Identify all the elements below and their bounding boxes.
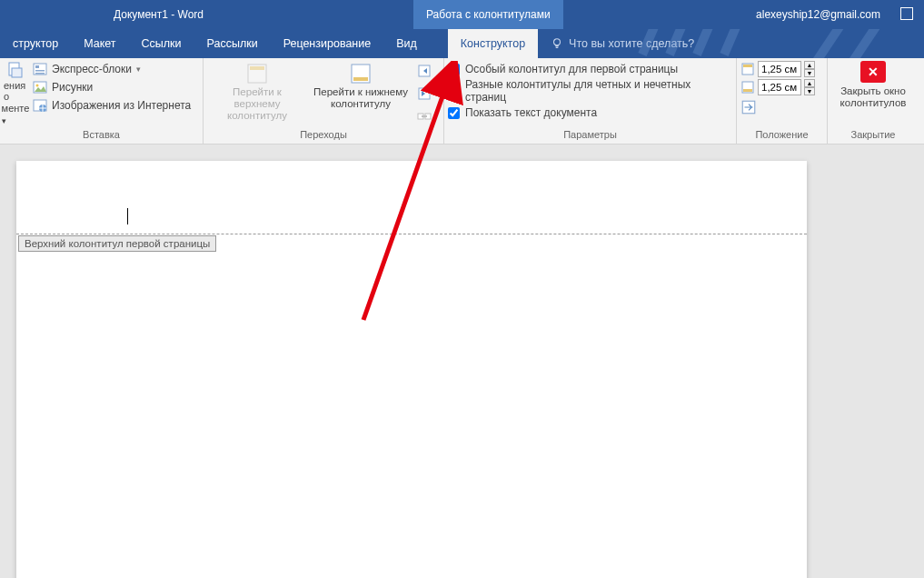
previous-icon	[417, 64, 432, 78]
svg-rect-4	[35, 65, 39, 68]
next-section-button[interactable]	[414, 84, 434, 104]
header-tag: Верхний колонтитул первой страницы	[18, 235, 216, 252]
tab-layout[interactable]: Макет	[71, 29, 128, 58]
group-position: ▲▼ ▲▼ Положение	[737, 58, 828, 144]
goto-footer-button[interactable]: Перейти к нижнему колонтитулу	[311, 61, 411, 112]
online-pictures-button[interactable]: Изображения из Интернета	[31, 97, 193, 114]
spin-up[interactable]: ▲	[804, 79, 815, 87]
show-document-text-input[interactable]	[448, 107, 460, 119]
tab-partial[interactable]: структор	[0, 29, 71, 58]
svg-rect-21	[743, 65, 752, 67]
svg-point-8	[36, 85, 39, 87]
different-odd-even-input[interactable]	[448, 85, 460, 97]
show-document-text-checkbox[interactable]: Показать текст документа	[448, 106, 732, 119]
footer-from-bottom-input[interactable]	[758, 79, 801, 95]
tell-me-search[interactable]: Что вы хотите сделать?	[538, 29, 707, 58]
group-label-transitions: Переходы	[207, 129, 440, 142]
text-cursor	[127, 208, 128, 224]
ribbon: ения о менте ▾ Экспресс-блоки ▾ Рисунки …	[0, 58, 924, 144]
document-info-icon	[6, 61, 25, 79]
header-area[interactable]: Верхний колонтитул первой страницы	[16, 161, 807, 252]
group-label-close: Закрытие	[851, 129, 896, 142]
goto-header-icon	[243, 63, 272, 85]
next-icon	[417, 86, 432, 101]
link-icon	[417, 109, 432, 124]
header-from-top-input[interactable]	[758, 61, 801, 77]
group-label-parameters: Параметры	[448, 129, 732, 142]
spin-up[interactable]: ▲	[804, 61, 815, 69]
group-close: ✕ Закрыть окно колонтитулов Закрытие	[828, 58, 919, 144]
group-label-position: Положение	[740, 129, 823, 142]
svg-rect-23	[743, 89, 752, 92]
tab-design-context[interactable]: Конструктор	[448, 29, 538, 58]
close-header-footer-button[interactable]: ✕ Закрыть окно колонтитулов	[834, 61, 912, 109]
svg-rect-2	[12, 68, 22, 77]
titlebar: Документ1 - Word Работа с колонтитулами …	[0, 0, 924, 29]
document-title: Документ1 - Word	[114, 8, 204, 21]
close-icon: ✕	[860, 61, 886, 83]
footer-from-bottom-spinner[interactable]: ▲▼	[740, 79, 815, 95]
svg-rect-19	[422, 115, 427, 117]
online-pictures-icon	[33, 98, 47, 113]
tell-me-label: Что вы хотите сделать?	[569, 37, 694, 50]
svg-point-0	[554, 39, 561, 45]
user-email[interactable]: alexeyship12@gmail.com	[756, 8, 880, 21]
svg-rect-5	[35, 70, 45, 72]
header-top-icon	[740, 62, 755, 76]
insert-alignment-tab-button[interactable]	[740, 99, 757, 115]
pictures-icon	[33, 80, 47, 95]
spin-down[interactable]: ▼	[804, 87, 815, 95]
link-previous-button[interactable]	[414, 106, 434, 126]
goto-header-button: Перейти к верхнему колонтитулу	[207, 61, 307, 125]
quick-parts-icon	[33, 62, 47, 76]
group-parameters: Особый колонтитул для первой страницы Ра…	[444, 58, 737, 144]
context-tab-title: Работа с колонтитулами	[413, 0, 563, 29]
ribbon-display-options-icon[interactable]	[900, 7, 913, 20]
svg-rect-12	[250, 66, 264, 70]
tab-view[interactable]: Вид	[383, 29, 430, 58]
goto-footer-icon	[346, 63, 375, 85]
tab-review[interactable]: Рецензирование	[271, 29, 384, 58]
different-odd-even-checkbox[interactable]: Разные колонтитулы для четных и нечетных…	[448, 78, 732, 104]
quick-parts-button[interactable]: Экспресс-блоки ▾	[31, 61, 193, 77]
spin-down[interactable]: ▼	[804, 69, 815, 77]
document-info-button[interactable]: ения о менте ▾	[4, 61, 27, 126]
page[interactable]: Верхний колонтитул первой страницы	[16, 161, 807, 578]
header-boundary-line	[16, 234, 807, 234]
lightbulb-icon	[551, 37, 563, 50]
tab-mailings[interactable]: Рассылки	[194, 29, 271, 58]
tab-references[interactable]: Ссылки	[129, 29, 194, 58]
svg-rect-6	[35, 73, 45, 75]
document-area: Верхний колонтитул первой страницы	[0, 144, 924, 578]
ribbon-tabs: структор Макет Ссылки Рассылки Рецензиро…	[0, 29, 924, 58]
pictures-button[interactable]: Рисунки	[31, 79, 193, 95]
header-from-top-spinner[interactable]: ▲▼	[740, 61, 815, 77]
different-first-page-checkbox[interactable]: Особый колонтитул для первой страницы	[448, 63, 732, 75]
previous-section-button[interactable]	[414, 61, 434, 81]
svg-rect-14	[353, 77, 368, 81]
footer-bottom-icon	[740, 80, 755, 95]
group-insert: ения о менте ▾ Экспресс-блоки ▾ Рисунки …	[0, 58, 204, 144]
different-first-page-input[interactable]	[448, 64, 460, 75]
group-label-insert: Вставка	[4, 129, 199, 142]
group-transitions: Перейти к верхнему колонтитулу Перейти к…	[204, 58, 444, 144]
